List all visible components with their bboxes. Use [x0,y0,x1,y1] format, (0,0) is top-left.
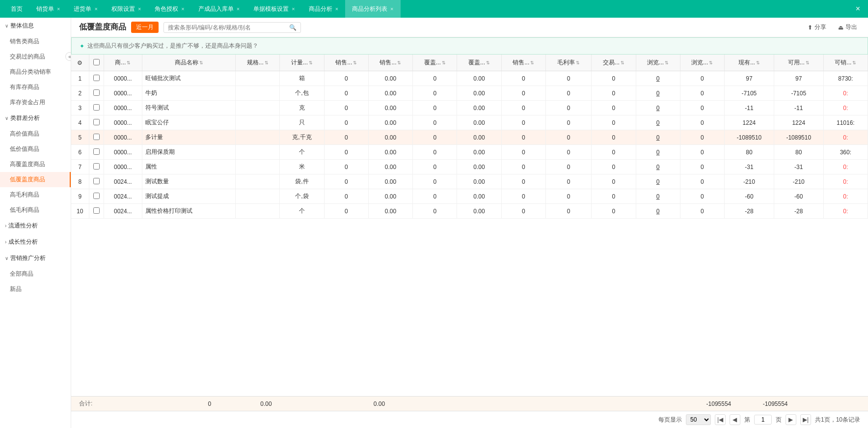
nav-tab-production[interactable]: 产成品入库单 × [191,0,246,18]
row-browse1[interactable]: 0 [636,189,680,204]
sidebar-item-category-rate[interactable]: 商品分类动销率 [0,64,71,80]
close-icon[interactable]: × [390,6,393,12]
row-checkbox[interactable] [93,163,100,170]
sidebar-section-growth[interactable]: › 成长性分析 [0,234,71,250]
sidebar-item-high-coverage[interactable]: 高覆盖度商品 [0,157,71,172]
last-page-button[interactable]: ▶| [800,414,811,425]
row-checkbox-cell[interactable] [89,115,104,130]
row-browse1[interactable]: 0 [636,130,680,145]
share-button[interactable]: ⬆ 分享 [805,22,829,33]
row-checkbox[interactable] [93,178,100,184]
sidebar-item-sales-goods[interactable]: 销售类商品 [0,34,71,49]
row-browse1[interactable]: 0 [636,101,680,115]
sidebar-item-low-value[interactable]: 低价值商品 [0,142,71,157]
close-icon[interactable]: × [57,6,60,12]
row-checkbox[interactable] [93,75,100,81]
prev-page-button[interactable]: ◀ [730,414,740,425]
row-checkbox-cell[interactable] [89,101,104,115]
first-page-button[interactable]: |◀ [715,414,726,425]
sidebar-item-low-coverage[interactable]: 低覆盖度商品 [0,172,71,187]
row-checkbox[interactable] [93,119,100,125]
page-number-input[interactable] [754,415,772,425]
row-checkbox-cell[interactable] [89,174,104,189]
row-checkbox[interactable] [93,89,100,96]
table-header-row: ⚙ 商...⇅ 商品名称⇅ 规格...⇅ [71,55,868,71]
row-name: 牛奶 [142,86,236,101]
search-icon[interactable]: 🔍 [289,24,297,31]
row-browse1[interactable]: 0 [636,86,680,101]
row-unit: 个,包 [280,86,324,101]
row-sales-amt: 0.00 [368,101,412,115]
close-icon[interactable]: × [138,6,141,12]
nav-tab-template[interactable]: 单据模板设置 × [246,0,301,18]
row-checkbox-cell[interactable] [89,145,104,160]
data-table: ⚙ 商...⇅ 商品名称⇅ 规格...⇅ [71,55,868,219]
row-saleable: 0: [823,101,868,115]
row-current-stock: -28 [725,204,774,219]
sidebar-section-liquidity[interactable]: › 流通性分析 [0,218,71,234]
sidebar-item-in-stock[interactable]: 有库存商品 [0,80,71,95]
close-icon[interactable]: × [335,6,338,12]
nav-tab-purchase[interactable]: 进货单 × [67,0,104,18]
sidebar-section-marketing[interactable]: ∨ 营销推广分析 [0,250,71,266]
close-icon[interactable]: × [181,6,184,12]
row-checkbox[interactable] [93,134,100,140]
export-icon: ⏏ [838,24,843,31]
time-filter-button[interactable]: 近一月 [131,22,159,33]
row-browse2: 0 [680,204,724,219]
row-browse1[interactable]: 0 [636,174,680,189]
settings-icon[interactable]: ⚙ [77,59,82,66]
sidebar-item-traded-goods[interactable]: 交易过的商品 [0,49,71,64]
row-checkbox-cell[interactable] [89,204,104,219]
nav-tab-analysis[interactable]: 商品分析 × [302,0,345,18]
sidebar-item-high-margin[interactable]: 高毛利商品 [0,187,71,202]
row-browse1[interactable]: 0 [636,145,680,160]
export-button[interactable]: ⏏ 导出 [835,22,860,33]
row-current-stock: -1089510 [725,130,774,145]
row-checkbox-cell[interactable] [89,71,104,86]
row-saleable: 0: [823,189,868,204]
row-browse1[interactable]: 0 [636,115,680,130]
checkbox-col-header[interactable] [89,55,104,71]
nav-tab-sales[interactable]: 销货单 × [29,0,67,18]
sidebar-item-low-margin[interactable]: 低毛利商品 [0,202,71,218]
sidebar-item-all-goods[interactable]: 全部商品 [0,266,71,282]
row-transaction: 0 [592,101,636,115]
browse2-col-header: 浏览...⇅ [680,55,724,71]
row-browse1[interactable]: 0 [636,160,680,174]
row-browse1[interactable]: 0 [636,71,680,86]
next-page-button[interactable]: ▶ [786,414,796,425]
row-browse1[interactable]: 0 [636,204,680,219]
sidebar-item-stock-capital[interactable]: 库存资金占用 [0,95,71,110]
sidebar-item-high-value[interactable]: 高价值商品 [0,126,71,142]
row-num: 5 [71,130,89,145]
sidebar-item-new-goods[interactable]: 新品 [0,282,71,297]
close-icon[interactable]: × [237,6,240,12]
close-icon[interactable]: × [292,6,295,12]
row-checkbox-cell[interactable] [89,86,104,101]
nav-tab-roles[interactable]: 角色授权 × [148,0,191,18]
nav-tab-analysis-list[interactable]: 商品分析列表 × [345,0,400,18]
row-current-stock: -7105 [725,86,774,101]
row-checkbox[interactable] [93,148,100,155]
settings-col-header[interactable]: ⚙ [71,55,89,71]
search-input[interactable] [168,24,287,31]
row-checkbox-cell[interactable] [89,160,104,174]
nav-tab-permissions[interactable]: 权限设置 × [105,0,148,18]
sidebar-section-overall[interactable]: ∨ 整体信息 [0,18,71,34]
sidebar-section-cluster[interactable]: ∨ 类群差分析 [0,110,71,126]
sidebar-collapse-button[interactable]: « [65,52,71,61]
row-checkbox[interactable] [93,207,100,214]
row-checkbox[interactable] [93,193,100,199]
row-checkbox-cell[interactable] [89,189,104,204]
window-close-button[interactable]: × [852,4,864,13]
row-checkbox-cell[interactable] [89,130,104,145]
nav-tab-home[interactable]: 首页 [4,0,29,18]
select-all-checkbox[interactable] [93,59,100,65]
row-unit: 克,千克 [280,130,324,145]
row-checkbox[interactable] [93,104,100,111]
close-icon[interactable]: × [94,6,97,12]
per-page-select[interactable]: 50 20 100 [686,414,711,425]
row-code: 0024... [104,189,142,204]
row-name: 启用保质期 [142,145,236,160]
